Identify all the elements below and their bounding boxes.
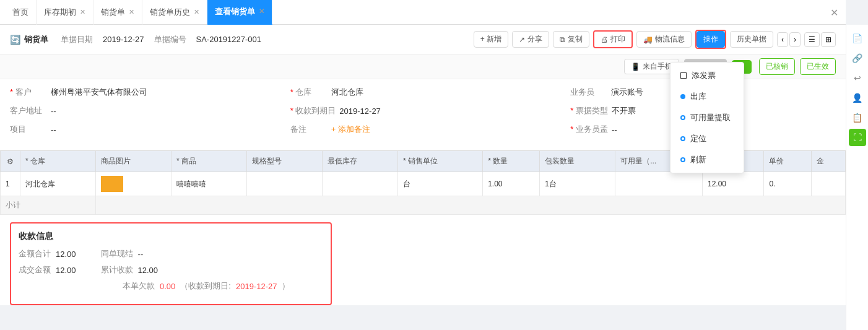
share-icon: ↗ xyxy=(519,35,525,44)
dropdown-add-invoice[interactable]: 添发票 xyxy=(671,65,744,86)
truck-icon: 🚚 xyxy=(643,35,653,44)
print-highlight: 🖨 打印 xyxy=(593,30,633,48)
share-button[interactable]: ↗ 分享 xyxy=(512,31,549,48)
logistics-button[interactable]: 🚚 物流信息 xyxy=(636,31,692,48)
payment-title: 收款信息 xyxy=(19,231,323,242)
sidebar-clipboard-icon[interactable]: 📋 xyxy=(849,109,866,126)
ticket-type-label: 票据类型 xyxy=(570,105,608,116)
due-date-suffix: ） xyxy=(282,280,290,292)
quantity-col-header: * 数量 xyxy=(483,151,540,172)
min-stock-col-header: 最低库存 xyxy=(323,151,398,172)
operation-highlight: 操作 xyxy=(695,30,726,49)
subtotal-row: 小计 xyxy=(1,196,846,215)
warehouse-field: 仓库 河北仓库 xyxy=(290,87,556,98)
row-pack-qty: 1台 xyxy=(540,172,615,196)
payment-date-label: 收款到期日 xyxy=(290,105,336,116)
tab-close-sales[interactable]: ✕ xyxy=(129,8,134,16)
row-available xyxy=(615,172,703,196)
unit-price-col-header: 单价 xyxy=(764,151,812,172)
right-sidebar: 📄 🔗 ↩ 👤 📋 ⛶ xyxy=(846,25,868,313)
address-value: -- xyxy=(51,106,56,116)
pack-qty-col-header: 包装数量 xyxy=(540,151,615,172)
remark-label: 备注 xyxy=(290,124,328,135)
document-meta: 单据日期 2019-12-27 单据编号 SA-20191227-001 xyxy=(61,34,261,45)
dropdown-outbound[interactable]: 出库 xyxy=(671,86,744,107)
canceled-button[interactable]: 已核销 xyxy=(759,58,795,75)
total-amount-field: 金额合计 12.00 xyxy=(19,248,76,259)
dot-outline-icon-3 xyxy=(680,157,685,162)
remark-field: 备注 + 添加备注 xyxy=(290,124,556,135)
history-button[interactable]: 历史单据 xyxy=(730,31,773,48)
doc-icon: 🔄 xyxy=(10,35,20,45)
payment-row-3: 本单欠款 0.00 （收款到期日: 2019-12-27 ） xyxy=(19,280,323,292)
prev-button[interactable]: ‹ xyxy=(777,32,788,47)
operation-button[interactable]: 操作 xyxy=(697,31,725,48)
new-button[interactable]: + 新增 xyxy=(474,31,508,48)
dropdown-available-qty[interactable]: 可用量提取 xyxy=(671,107,744,128)
tab-home[interactable]: 首页 xyxy=(5,0,37,25)
print-button[interactable]: 🖨 打印 xyxy=(594,32,631,47)
payment-section: 收款信息 金额合计 12.00 同单现结 -- 成交金额 12.00 累计收款 xyxy=(10,222,332,305)
tab-inventory[interactable]: 库存期初 ✕ xyxy=(37,0,93,25)
accumulated-value: 12.00 xyxy=(138,266,158,275)
tab-close-view[interactable]: ✕ xyxy=(259,7,264,15)
sales-staff-value: -- xyxy=(612,125,617,134)
effective-button[interactable]: 已生效 xyxy=(800,58,836,75)
product-col-header: * 商品 xyxy=(171,151,247,172)
remark-add-button[interactable]: + 添加备注 xyxy=(331,124,370,135)
customer-label: 客户 xyxy=(10,87,47,98)
copy-button[interactable]: ⧉ 复制 xyxy=(553,31,589,48)
date-value: 2019-12-27 xyxy=(103,35,144,44)
same-order-field: 同单现结 -- xyxy=(101,248,144,259)
next-button[interactable]: › xyxy=(789,32,801,47)
grid-view-button[interactable]: ⊞ xyxy=(821,32,836,47)
project-label: 项目 xyxy=(10,124,47,135)
transaction-amount-label: 成交金额 xyxy=(19,264,51,276)
document-header: 🔄 销货单 单据日期 2019-12-27 单据编号 SA-20191227-0… xyxy=(0,25,846,54)
tab-sales-history[interactable]: 销货单历史 ✕ xyxy=(142,0,207,25)
tab-close-inventory[interactable]: ✕ xyxy=(80,8,85,16)
customer-field: 客户 柳州粤港平安气体有限公司 xyxy=(10,87,276,98)
current-due-field: 本单欠款 0.00 （收款到期日: 2019-12-27 ） xyxy=(19,280,290,292)
address-field: 客户地址 -- xyxy=(10,105,276,116)
row-image xyxy=(96,172,171,196)
list-view-button[interactable]: ☰ xyxy=(804,32,820,47)
phone-icon: 📱 xyxy=(631,63,640,71)
window-close-button[interactable]: ✕ xyxy=(830,6,838,18)
sidebar-doc-icon[interactable]: 📄 xyxy=(849,30,866,47)
dropdown-refresh[interactable]: 刷新 xyxy=(671,149,744,170)
current-due-value: 0.00 xyxy=(160,282,175,291)
document-title: 销货单 xyxy=(24,34,48,45)
row-spec xyxy=(247,172,323,196)
row-unit-price: 0. xyxy=(764,172,812,196)
spec-col-header: 规格型号 xyxy=(247,151,323,172)
sidebar-link-icon[interactable]: 🔗 xyxy=(849,50,866,67)
nav-arrows: ‹ › xyxy=(777,32,801,47)
transaction-amount-field: 成交金额 12.00 xyxy=(19,264,76,276)
warehouse-label: 仓库 xyxy=(290,87,328,98)
customer-value: 柳州粤港平安气体有限公司 xyxy=(51,87,147,98)
checkbox-icon xyxy=(680,72,687,79)
subtotal-values xyxy=(96,196,846,215)
sidebar-expand-icon[interactable]: ⛶ xyxy=(849,129,866,146)
sidebar-user-icon[interactable]: 👤 xyxy=(849,89,866,106)
dropdown-locate[interactable]: 定位 xyxy=(671,128,744,149)
date-label: 单据日期 xyxy=(61,34,93,45)
tab-view-sales[interactable]: 查看销货单 ✕ xyxy=(207,0,272,25)
ticket-type-value: 不开票 xyxy=(612,105,636,116)
tab-sales-order[interactable]: 销货单 ✕ xyxy=(93,0,142,25)
tab-close-history[interactable]: ✕ xyxy=(194,8,199,16)
sidebar-return-icon[interactable]: ↩ xyxy=(849,69,866,87)
subtotal-label: 小计 xyxy=(1,196,96,215)
payment-date-field: 收款到期日 2019-12-27 xyxy=(290,105,556,116)
same-order-value: -- xyxy=(138,250,144,259)
image-col-header: 商品图片 xyxy=(96,151,171,172)
dot-outline-icon-2 xyxy=(680,136,685,141)
settings-col-header: ⚙ xyxy=(1,151,20,172)
row-sales-unit: 台 xyxy=(398,172,483,196)
row-product: 嘻嘻嘻嘻 xyxy=(171,172,247,196)
copy-icon: ⧉ xyxy=(560,35,565,44)
project-field: 项目 -- xyxy=(10,124,276,135)
project-value: -- xyxy=(51,125,56,134)
staff-value: 演示账号 xyxy=(611,87,643,98)
